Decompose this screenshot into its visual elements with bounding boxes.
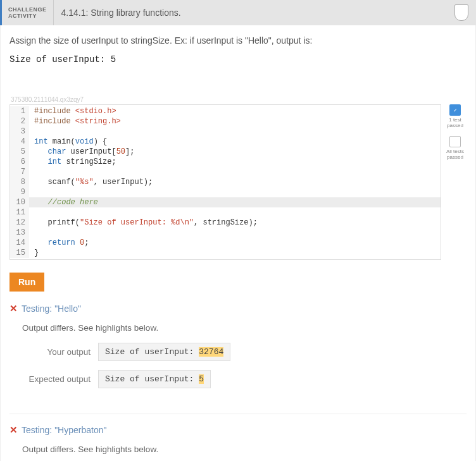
- code-line-2[interactable]: #include <string.h>: [29, 116, 441, 126]
- your-output-highlight: 32764: [199, 347, 223, 357]
- test-result-1-name: Testing: "Hello": [22, 304, 81, 314]
- check-icon: ✓: [449, 104, 461, 116]
- gutter-11: 11: [10, 207, 29, 218]
- code-line-14[interactable]: return 0;: [29, 238, 441, 248]
- code-line-11[interactable]: [29, 207, 441, 218]
- your-output-box: Size of userInput: 32764: [98, 343, 230, 361]
- gutter-10: 10: [10, 197, 29, 207]
- header-label-line2: ACTIVITY: [8, 13, 47, 19]
- unchecked-icon: [449, 136, 461, 147]
- gutter-4: 4: [10, 137, 29, 147]
- code-line-8[interactable]: scanf("%s", userInput);: [29, 177, 441, 187]
- gutter-7: 7: [10, 167, 29, 177]
- code-editor[interactable]: 1#include <stdio.h> 2#include <string.h>…: [9, 104, 441, 260]
- expected-output-box: Size of userInput: 5: [98, 370, 211, 388]
- test-result-1: ✕ Testing: "Hello" Output differs. See h…: [9, 303, 467, 402]
- code-line-3[interactable]: [29, 126, 441, 137]
- test-result-1-title: ✕ Testing: "Hello": [9, 303, 467, 314]
- one-test-passed-label: 1 test passed: [444, 117, 467, 128]
- header-title: 4.14.1: String library functions.: [54, 0, 448, 25]
- fail-icon: ✕: [9, 424, 18, 436]
- gutter-14: 14: [10, 238, 29, 248]
- code-line-5[interactable]: char userInput[50];: [29, 147, 441, 157]
- challenge-body: Assign the size of userInput to stringSi…: [0, 25, 476, 461]
- watermark-id: 375380.2111044.qx3zqy7: [11, 96, 467, 103]
- fail-icon: ✕: [9, 303, 18, 314]
- challenge-header: CHALLENGE ACTIVITY 4.14.1: String librar…: [0, 0, 476, 25]
- code-line-13[interactable]: [29, 228, 441, 238]
- code-line-4[interactable]: int main(void) {: [29, 137, 441, 147]
- test-result-2: ✕ Testing: "Hyperbaton" Output differs. …: [9, 414, 467, 461]
- gutter-1: 1: [10, 106, 29, 116]
- run-button[interactable]: Run: [9, 273, 44, 292]
- code-line-9[interactable]: [29, 187, 441, 197]
- gutter-15: 15: [10, 248, 29, 258]
- editor-wrap: 1#include <stdio.h> 2#include <string.h>…: [9, 104, 467, 260]
- example-output: Size of userInput: 5: [9, 54, 467, 65]
- code-line-7[interactable]: [29, 167, 441, 177]
- code-line-15[interactable]: }: [29, 248, 441, 258]
- expected-output-highlight: 5: [199, 374, 204, 384]
- test-result-1-exp-row: Expected output Size of userInput: 5: [22, 370, 467, 388]
- header-badge: [447, 0, 476, 25]
- your-output-label: Your output: [22, 347, 98, 357]
- gutter-12: 12: [10, 218, 29, 228]
- header-label-line1: CHALLENGE: [8, 6, 47, 13]
- gutter-5: 5: [10, 147, 29, 157]
- gutter-2: 2: [10, 116, 29, 126]
- gutter-8: 8: [10, 177, 29, 187]
- instructions-text: Assign the size of userInput to stringSi…: [9, 35, 467, 46]
- code-line-12[interactable]: printf("Size of userInput: %d\n", string…: [29, 218, 441, 228]
- test-result-1-your-row: Your output Size of userInput: 32764: [22, 343, 467, 361]
- gutter-13: 13: [10, 228, 29, 238]
- shield-icon: [454, 4, 468, 21]
- expected-output-label: Expected output: [22, 374, 98, 384]
- test-result-2-diffmsg: Output differs. See highlights below.: [22, 445, 467, 454]
- test-status-panel: ✓ 1 test passed All tests passed: [441, 104, 467, 160]
- code-line-1[interactable]: #include <stdio.h>: [29, 106, 441, 116]
- test-result-2-name: Testing: "Hyperbaton": [22, 425, 106, 435]
- gutter-3: 3: [10, 126, 29, 137]
- code-line-6[interactable]: int stringSize;: [29, 157, 441, 167]
- header-label: CHALLENGE ACTIVITY: [2, 0, 54, 25]
- test-result-1-diffmsg: Output differs. See highlights below.: [22, 323, 467, 333]
- gutter-6: 6: [10, 157, 29, 167]
- gutter-9: 9: [10, 187, 29, 197]
- code-line-10[interactable]: //code here: [29, 197, 441, 207]
- all-tests-passed-label: All tests passed: [444, 149, 467, 160]
- test-result-2-title: ✕ Testing: "Hyperbaton": [9, 424, 467, 436]
